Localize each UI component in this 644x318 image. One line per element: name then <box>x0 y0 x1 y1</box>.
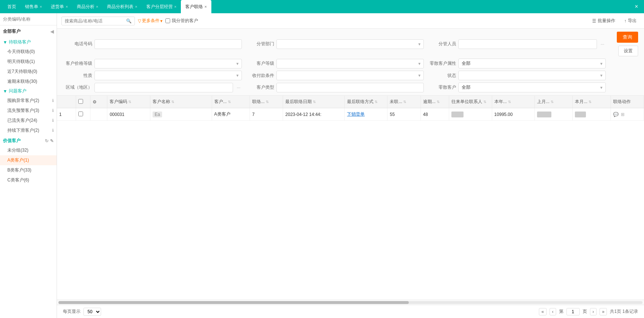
sidebar-item-today[interactable]: 今天待联络(0) <box>0 47 57 57</box>
sidebar-item-week[interactable]: 近7天待联络(0) <box>0 67 57 77</box>
scrollbar-track[interactable] <box>58 301 643 304</box>
filter-area-dots[interactable]: ··· <box>235 85 242 90</box>
customer-table: ⚙ 客户编码 ⇅ 客户名称 ⇅ <box>57 96 644 121</box>
filter-customer-type-input[interactable] <box>276 83 424 92</box>
sidebar-item-declining[interactable]: 持续下滑客户(2) ℹ <box>0 126 57 135</box>
select-all-checkbox[interactable] <box>78 99 83 104</box>
window-close-button[interactable]: × <box>632 3 641 10</box>
scrollbar-thumb[interactable] <box>58 301 409 304</box>
nav-goods-analysis[interactable]: 商品分析 × <box>72 0 103 13</box>
nav-close-customer-contact[interactable]: × <box>204 4 207 9</box>
last-way-link[interactable]: 下销货单 <box>347 112 365 117</box>
sidebar-item-overdue[interactable]: 逾期未联络(30) <box>0 77 57 86</box>
col-code-sort[interactable]: ⇅ <box>128 100 131 104</box>
filter-search-input[interactable] <box>65 18 126 24</box>
action-comment-icon[interactable]: 💬 <box>613 112 619 117</box>
horizontal-scrollbar[interactable] <box>57 300 644 305</box>
sidebar-group-problem[interactable]: ▼ 问题客户 <box>0 86 57 96</box>
sidebar-item-churned[interactable]: 已流失客户(24) ℹ <box>0 116 57 126</box>
filter-search-icon[interactable]: 🔍 <box>126 18 132 24</box>
more-conditions-btn[interactable]: ▽ 更多条件 ▾ <box>138 18 162 24</box>
filter-retail-customer-select[interactable]: 全部 ▾ <box>458 82 606 92</box>
cell-contact: 7 <box>250 108 283 121</box>
sidebar-search-input[interactable] <box>3 17 57 22</box>
first-page-btn[interactable]: « <box>539 308 547 315</box>
export-btn[interactable]: ↑ 导出 <box>621 16 640 25</box>
filter-status-label: 状态 <box>427 73 456 79</box>
sidebar-item-churn-warning[interactable]: 流失预警客户(3) ℹ <box>0 106 57 116</box>
filter-phone-input[interactable] <box>94 39 242 49</box>
col-overdue-sort[interactable]: ⇅ <box>437 100 440 104</box>
filter-price-level-select[interactable]: ▾ <box>94 59 242 68</box>
nav-customer-tier[interactable]: 客户分层经营 × <box>142 0 181 13</box>
sidebar-item-c-class-label: C类客户(6) <box>7 177 29 183</box>
sidebar-value-edit-icon[interactable]: ✎ <box>50 138 54 144</box>
sidebar-item-tomorrow[interactable]: 明天待联络(1) <box>0 57 57 67</box>
col-header-gear[interactable]: ⚙ <box>90 96 107 108</box>
filter-customer-level-select[interactable]: ▾ <box>276 59 424 68</box>
filter-manager-input[interactable] <box>458 39 597 49</box>
filter-payment-select[interactable]: ▾ <box>276 71 424 80</box>
sidebar-item-b-class[interactable]: B类客户(33) <box>0 165 57 175</box>
filter-status-select[interactable]: ▾ <box>458 71 606 80</box>
col-partner-sort[interactable]: ⇅ <box>483 100 486 104</box>
nav-customer-contact[interactable]: 客户联络 × <box>181 0 211 13</box>
nav-close-sales[interactable]: × <box>40 4 42 9</box>
prev-page-btn[interactable]: ‹ <box>550 308 556 315</box>
filter-area-input[interactable] <box>94 83 233 92</box>
filter-nature-select[interactable]: ▾ <box>94 71 242 80</box>
cell-name: Ea <box>150 108 212 121</box>
batch-op-btn[interactable]: ☰ 批量操作 <box>589 16 618 25</box>
filter-retail-attr-select[interactable]: 全部 ▾ <box>458 59 606 68</box>
sidebar-item-unclassified[interactable]: 未分组(32) <box>0 145 57 155</box>
nav-purchase[interactable]: 进货单 × <box>46 0 72 13</box>
filter-dept-select[interactable]: ▾ <box>276 39 424 49</box>
sidebar-all-customers-label: 全部客户 <box>3 28 21 35</box>
sidebar-group-value: 价值客户 ↻ ✎ <box>0 135 57 145</box>
my-customers-check[interactable]: 我分管的客户 <box>165 18 198 24</box>
col-last-date-sort[interactable]: ⇅ <box>313 100 316 104</box>
col-contact-sort[interactable]: ⇅ <box>266 100 269 104</box>
col-name-label: 客户名称 <box>153 99 170 105</box>
my-customers-checkbox[interactable] <box>165 18 170 23</box>
filter-area-label: 区域（地区） <box>63 84 92 91</box>
col-name-sort[interactable]: ⇅ <box>171 100 174 104</box>
cell-checkbox[interactable] <box>76 108 90 121</box>
col-unlink-sort[interactable]: ⇅ <box>403 100 406 104</box>
sidebar-item-hoarding[interactable]: 囤购异常客户(2) ℹ <box>0 96 57 106</box>
page-number-input[interactable] <box>566 308 580 315</box>
nav-sales[interactable]: 销售单 × <box>21 0 46 13</box>
last-page-btn[interactable]: » <box>600 308 607 315</box>
nav-home[interactable]: 首页 <box>3 0 21 13</box>
sidebar-search-box[interactable]: 🔍 <box>0 13 57 25</box>
page-size-select[interactable]: 50 <box>83 308 101 316</box>
action-grid-icon[interactable]: ⊞ <box>621 112 625 117</box>
cell-thismonth <box>573 108 611 121</box>
sidebar-value-refresh-icon[interactable]: ↻ <box>45 138 49 144</box>
sidebar-group-waiting[interactable]: ▼ 待联络客户 <box>0 38 57 47</box>
nav-close-customer-tier[interactable]: × <box>174 4 176 9</box>
nav-close-goods[interactable]: × <box>96 4 98 9</box>
setting-button[interactable]: 设置 <box>618 46 638 56</box>
filter-nature-field: 性质 ▾ <box>63 71 242 80</box>
nav-goods-list[interactable]: 商品分析列表 × <box>103 0 142 13</box>
query-button[interactable]: 查询 <box>617 32 638 43</box>
nav-close-purchase[interactable]: × <box>65 4 68 9</box>
customer-name-blurred: Ea <box>153 112 162 117</box>
sidebar-item-c-class[interactable]: C类客户(6) <box>0 175 57 185</box>
filter-dept-arrow: ▾ <box>418 42 421 47</box>
sidebar-item-a-class[interactable]: A类客户(1) <box>0 155 57 165</box>
sidebar-all-customers[interactable]: 全部客户 ◀ <box>0 25 57 38</box>
sidebar-group-problem-label: 问题客户 <box>9 88 26 94</box>
row-checkbox[interactable] <box>78 112 83 116</box>
nav-close-goods-list[interactable]: × <box>135 4 137 9</box>
sidebar-collapse-icon[interactable]: ◀ <box>50 29 54 34</box>
col-type-sort[interactable]: ⇅ <box>228 100 231 104</box>
filter-search-box[interactable]: 🔍 <box>61 17 135 25</box>
col-thisyear-sort[interactable]: ⇅ <box>508 100 511 104</box>
col-lastmonth-sort[interactable]: ⇅ <box>551 100 554 104</box>
col-thismonth-sort[interactable]: ⇅ <box>588 100 591 104</box>
col-last-way-sort[interactable]: ⇅ <box>375 100 378 104</box>
next-page-btn[interactable]: › <box>590 308 597 315</box>
filter-manager-dots[interactable]: ··· <box>599 42 606 47</box>
